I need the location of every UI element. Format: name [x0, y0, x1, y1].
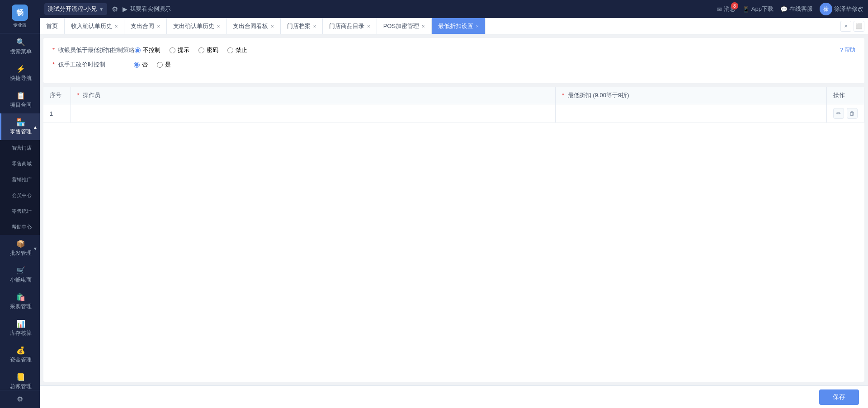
- tab-payment-contract[interactable]: 支出合同 ×: [124, 18, 166, 34]
- sidebar-item-smart-store[interactable]: 智营门店: [0, 140, 40, 156]
- discount-radio-forbid[interactable]: [227, 47, 233, 53]
- discount-option-forbid[interactable]: 禁止: [227, 46, 247, 54]
- sidebar-item-label: 帮助中心: [12, 224, 32, 230]
- sidebar-item-label: 智营门店: [12, 145, 32, 151]
- user-menu-btn[interactable]: 徐 徐泽华修改: [820, 3, 863, 15]
- tab-label: 支出确认单历史: [173, 22, 214, 30]
- chevron-up-icon: ▲: [33, 124, 38, 129]
- sidebar-item-label: 批发管理: [10, 249, 32, 257]
- tab-pos-password[interactable]: POS加密管理 ×: [377, 18, 432, 34]
- tab-label: 收入确认单历史: [71, 22, 112, 30]
- sidebar-item-quick-nav[interactable]: ⚡ 快捷导航: [0, 60, 40, 87]
- manual-price-option-no[interactable]: 否: [134, 61, 148, 69]
- discount-option-password[interactable]: 密码: [198, 46, 218, 54]
- sidebar-item-finance[interactable]: 💰 资金管理: [0, 342, 40, 368]
- sidebar-item-retail-mall[interactable]: 零售商城: [0, 156, 40, 172]
- user-name: 徐泽华修改: [834, 5, 863, 13]
- discount-option-remind[interactable]: 提示: [170, 46, 189, 54]
- sidebar-item-label: 搜索菜单: [10, 48, 32, 56]
- sidebar-item-search[interactable]: 🔍 搜索菜单: [0, 33, 40, 60]
- sidebar-logo: 畅 专业版: [0, 0, 40, 33]
- row-edit-btn[interactable]: ✏: [833, 108, 844, 119]
- manual-price-option-yes[interactable]: 是: [157, 61, 171, 69]
- tab-label: 最低折扣设置: [438, 22, 473, 30]
- demo-link[interactable]: ▶ 我要看实例演示: [123, 5, 171, 13]
- online-service-btn[interactable]: 💬 在线客服: [780, 5, 813, 13]
- demo-play-icon: ▶: [123, 5, 127, 13]
- sidebar-item-ecommerce[interactable]: 🛒 小畅电商: [0, 262, 40, 288]
- tab-more-btn[interactable]: ⬜: [854, 21, 864, 32]
- message-btn[interactable]: ✉ 消息 8: [717, 5, 736, 13]
- settings-gear-icon[interactable]: ⚙: [17, 395, 23, 403]
- online-service-label: 在线客服: [789, 5, 813, 13]
- sidebar-item-help-center[interactable]: 帮助中心: [0, 219, 40, 235]
- topbar: 测试分开流程-小兄 ▼ ⚙ ▶ 我要看实例演示 ✉ 消息 8 📱 App下载 💬…: [40, 0, 868, 18]
- quick-nav-icon: ⚡: [16, 65, 25, 73]
- tab-home[interactable]: 首页: [40, 18, 65, 34]
- topbar-settings-icon[interactable]: ⚙: [112, 5, 118, 14]
- sidebar-item-purchase[interactable]: 🛍️ 采购管理: [0, 288, 40, 315]
- col-header-operator: * 操作员: [71, 87, 556, 104]
- tab-label: 门店档案: [287, 22, 311, 30]
- app-download-btn[interactable]: 📱 App下载: [742, 5, 774, 13]
- discount-radio-password[interactable]: [198, 47, 204, 53]
- manual-price-radio-yes[interactable]: [157, 62, 163, 68]
- search-icon: 🔍: [16, 38, 25, 47]
- project-selector[interactable]: 测试分开流程-小兄 ▼: [44, 3, 107, 15]
- tab-close-icon[interactable]: ×: [157, 23, 160, 29]
- sidebar-item-label: 总账管理: [10, 383, 32, 390]
- discount-control-label: * 收银员低于最低折扣控制策略: [52, 46, 135, 54]
- tab-close-icon[interactable]: ×: [271, 23, 274, 29]
- sidebar-item-label: 采购管理: [10, 303, 32, 310]
- tab-label: 支出合同: [131, 22, 154, 30]
- tab-income-history[interactable]: 收入确认单历史 ×: [65, 18, 124, 34]
- discount-radio-remind[interactable]: [170, 47, 175, 53]
- save-button[interactable]: 保存: [819, 389, 859, 405]
- finance-icon: 💰: [16, 346, 25, 355]
- col-header-discount: * 最低折扣 (9.00等于9折): [556, 87, 827, 104]
- cell-operator: [71, 104, 556, 123]
- tabbar: 首页 收入确认单历史 × 支出合同 × 支出确认单历史 × 支出合同看板 × 门…: [40, 18, 868, 34]
- table-body: 1 ✏ 🗑: [43, 104, 864, 123]
- discount-control-row: * 收银员低于最低折扣控制策略 不控制 提示 密码: [52, 46, 855, 54]
- tab-label: 门店商品目录: [329, 22, 364, 30]
- sidebar-item-wholesale[interactable]: 📦 批发管理 ▼: [0, 235, 40, 262]
- tab-close-icon[interactable]: ×: [313, 23, 316, 29]
- tab-min-discount[interactable]: 最低折扣设置 ×: [432, 18, 486, 34]
- tab-close-icon[interactable]: ×: [476, 23, 479, 29]
- tab-close-all-btn[interactable]: ×: [840, 21, 851, 32]
- sidebar-item-member-center[interactable]: 会员中心: [0, 188, 40, 203]
- tab-close-icon[interactable]: ×: [115, 23, 118, 29]
- discount-control-options: 不控制 提示 密码 禁止: [135, 46, 247, 54]
- project-contract-icon: 📋: [16, 91, 25, 100]
- sidebar-item-label: 营销推广: [12, 176, 32, 183]
- sidebar-nav: 🔍 搜索菜单 ⚡ 快捷导航 📋 项目合同 🏪 零售管理 ▲ 智营门店 零售商城 …: [0, 33, 40, 390]
- manual-price-options: 否 是: [134, 61, 171, 69]
- tab-payment-confirm-history[interactable]: 支出确认单历史 ×: [167, 18, 226, 34]
- tab-label: POS加密管理: [383, 22, 419, 30]
- main-container: 测试分开流程-小兄 ▼ ⚙ ▶ 我要看实例演示 ✉ 消息 8 📱 App下载 💬…: [40, 0, 868, 408]
- discount-option-no-control[interactable]: 不控制: [135, 46, 160, 54]
- sidebar-item-project-contract[interactable]: 📋 项目合同: [0, 87, 40, 113]
- sidebar-item-retail-stats[interactable]: 零售统计: [0, 203, 40, 219]
- sidebar-item-marketing[interactable]: 营销推广: [0, 172, 40, 188]
- help-link[interactable]: ? 帮助: [840, 46, 855, 54]
- sidebar-item-inventory[interactable]: 📊 库存核算: [0, 315, 40, 342]
- sidebar-item-label: 零售管理: [10, 128, 32, 136]
- sidebar-item-retail-mgmt[interactable]: 🏪 零售管理 ▲: [0, 113, 40, 140]
- tab-store-products[interactable]: 门店商品目录 ×: [323, 18, 377, 34]
- sidebar-item-accounting[interactable]: 📒 总账管理: [0, 368, 40, 390]
- tab-close-icon[interactable]: ×: [367, 23, 370, 29]
- app-download-icon: 📱: [742, 6, 750, 13]
- tab-close-icon[interactable]: ×: [217, 23, 220, 29]
- required-star: *: [52, 61, 55, 68]
- manual-price-radio-no[interactable]: [134, 62, 140, 68]
- row-delete-btn[interactable]: 🗑: [847, 108, 858, 119]
- tab-close-icon[interactable]: ×: [422, 23, 425, 29]
- page-footer: 保存: [40, 385, 868, 408]
- discount-radio-no-control[interactable]: [135, 47, 141, 53]
- project-name: 测试分开流程-小兄: [48, 5, 97, 13]
- tab-store-archive[interactable]: 门店档案 ×: [281, 18, 323, 34]
- project-dropdown-arrow: ▼: [99, 7, 104, 12]
- tab-payment-board[interactable]: 支出合同看板 ×: [226, 18, 280, 34]
